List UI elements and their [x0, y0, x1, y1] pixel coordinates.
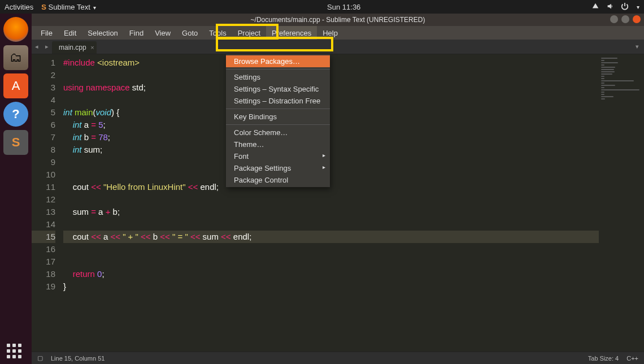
window-close[interactable]	[633, 15, 641, 23]
menu-view[interactable]: View	[149, 26, 176, 40]
dock-sublime[interactable]: S	[3, 130, 28, 155]
menu-file[interactable]: File	[35, 26, 58, 40]
dock-help[interactable]: ?	[3, 102, 28, 127]
dock-software[interactable]: A	[3, 73, 28, 98]
system-menu-arrow[interactable]: ▾	[637, 4, 639, 10]
power-icon[interactable]	[621, 2, 629, 12]
statusbar: ▢ Line 15, Column 51 Tab Size: 4 C++	[32, 352, 644, 364]
menu-preferences[interactable]: Preferences	[266, 26, 317, 40]
gnome-top-bar: Activities S Sublime Text ▾ Sun 11:36 ▾	[0, 0, 644, 14]
window-title: ~/Documents/main.cpp - Sublime Text (UNR…	[251, 16, 425, 24]
pref-font[interactable]: Font	[226, 150, 330, 162]
menu-help[interactable]: Help	[317, 26, 343, 40]
pref-settings-distraction-free[interactable]: Settings – Distraction Free	[226, 95, 330, 107]
window-minimize[interactable]	[610, 15, 618, 23]
app-menu[interactable]: S Sublime Text ▾	[41, 3, 96, 11]
clock[interactable]: Sun 11:36	[96, 3, 591, 11]
tab-overflow[interactable]: ▾	[630, 40, 644, 54]
pref-settings[interactable]: Settings	[226, 71, 330, 83]
tab-label: main.cpp	[59, 44, 86, 51]
tab-main-cpp[interactable]: main.cpp ×	[52, 41, 97, 54]
status-tab-size[interactable]: Tab Size: 4	[588, 355, 619, 362]
menu-goto[interactable]: Goto	[176, 26, 203, 40]
minimap[interactable]	[599, 54, 644, 352]
pref-theme-[interactable]: Theme…	[226, 138, 330, 150]
tab-next[interactable]: ▸	[42, 40, 52, 54]
activities-button[interactable]: Activities	[5, 3, 33, 11]
preferences-dropdown: Browse Packages…SettingsSettings – Synta…	[226, 54, 330, 187]
pref-key-bindings[interactable]: Key Bindings	[226, 111, 330, 123]
pref-settings-syntax-specific[interactable]: Settings – Syntax Specific	[226, 83, 330, 95]
network-icon[interactable]	[591, 2, 599, 12]
ubuntu-dock: 🗂 A ? S	[0, 14, 32, 364]
dock-files[interactable]: 🗂	[3, 45, 28, 70]
line-gutter: 12345678910111213141516171819	[32, 54, 60, 352]
menu-selection[interactable]: Selection	[82, 26, 123, 40]
menu-tools[interactable]: Tools	[203, 26, 232, 40]
show-applications[interactable]	[7, 344, 21, 358]
pref-color-scheme-[interactable]: Color Scheme…	[226, 127, 330, 138]
status-cursor-pos[interactable]: Line 15, Column 51	[51, 355, 105, 362]
dock-firefox[interactable]	[3, 17, 28, 42]
volume-icon[interactable]	[606, 2, 614, 12]
window-titlebar[interactable]: ~/Documents/main.cpp - Sublime Text (UNR…	[32, 14, 644, 26]
sublime-window: ~/Documents/main.cpp - Sublime Text (UNR…	[32, 14, 644, 364]
status-panel-icon[interactable]: ▢	[37, 354, 43, 362]
tabbar: ◂ ▸ main.cpp × ▾	[32, 40, 644, 54]
menubar: FileEditSelectionFindViewGotoToolsProjec…	[32, 26, 644, 40]
window-maximize[interactable]	[621, 15, 629, 23]
menu-find[interactable]: Find	[124, 26, 149, 40]
status-syntax[interactable]: C++	[626, 355, 638, 362]
editor-area: 12345678910111213141516171819 #include <…	[32, 54, 644, 352]
menu-edit[interactable]: Edit	[58, 26, 82, 40]
tab-prev[interactable]: ◂	[32, 40, 42, 54]
tab-close-icon[interactable]: ×	[90, 44, 94, 51]
menu-project[interactable]: Project	[232, 26, 266, 40]
pref-package-settings[interactable]: Package Settings	[226, 162, 330, 174]
pref-package-control[interactable]: Package Control	[226, 174, 330, 186]
pref-browse-packages-[interactable]: Browse Packages…	[226, 55, 330, 67]
